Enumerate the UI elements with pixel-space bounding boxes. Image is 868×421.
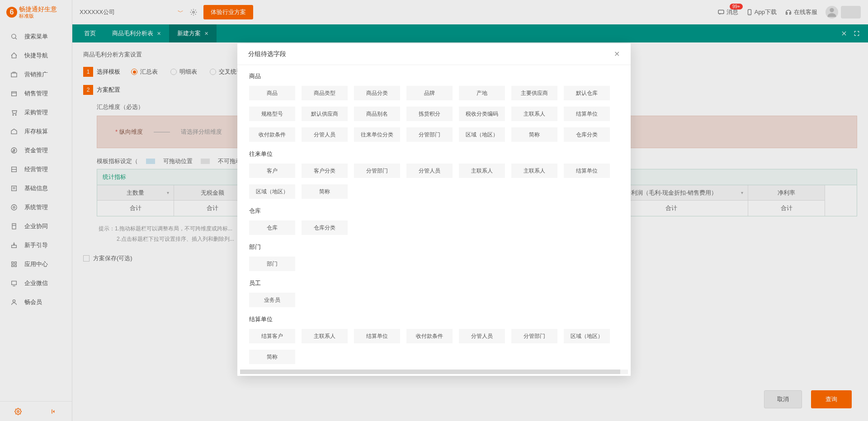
field-chip[interactable]: 商品类型 xyxy=(302,86,348,100)
field-chip[interactable]: 收付款条件 xyxy=(249,127,295,142)
field-chip[interactable]: 默认供应商 xyxy=(302,107,348,121)
field-chip[interactable]: 商品 xyxy=(249,86,295,100)
field-chip[interactable]: 部门 xyxy=(249,257,295,271)
field-chip[interactable]: 分管人员 xyxy=(459,329,505,343)
field-group: 员工业务员 xyxy=(249,279,619,307)
field-chip[interactable]: 默认仓库 xyxy=(564,86,610,100)
field-chip[interactable]: 简称 xyxy=(302,184,348,199)
field-chip[interactable]: 结算单位 xyxy=(564,107,610,121)
field-chip[interactable]: 收付款条件 xyxy=(406,329,453,343)
field-group-title: 往来单位 xyxy=(249,150,619,158)
field-chip[interactable]: 分管部门 xyxy=(354,164,400,178)
field-chip[interactable]: 拣货积分 xyxy=(406,107,453,121)
field-chip[interactable]: 税收分类编码 xyxy=(459,107,505,121)
field-chip[interactable]: 主联系人 xyxy=(511,164,557,178)
field-chip[interactable]: 仓库 xyxy=(249,220,295,235)
modal-horizontal-scrollbar[interactable] xyxy=(240,370,628,374)
field-chip[interactable]: 商品别名 xyxy=(354,107,400,121)
field-group: 往来单位客户客户分类分管部门分管人员主联系人主联系人结算单位区域（地区）简称 xyxy=(249,150,619,199)
field-chip[interactable]: 客户 xyxy=(249,164,295,178)
field-chip[interactable]: 简称 xyxy=(511,127,557,142)
modal-close-button[interactable]: ✕ xyxy=(614,50,620,58)
field-chip[interactable]: 分管部门 xyxy=(406,127,453,142)
field-chip[interactable]: 业务员 xyxy=(249,293,295,307)
field-chip[interactable]: 区域（地区） xyxy=(459,127,505,142)
field-chip[interactable]: 仓库分类 xyxy=(302,220,348,235)
field-chip[interactable]: 分管人员 xyxy=(302,127,348,142)
field-chip[interactable]: 仓库分类 xyxy=(564,127,610,142)
field-picker-modal: 分组待选字段 ✕ 商品商品商品类型商品分类品牌产地主要供应商默认仓库规格型号默认… xyxy=(237,43,631,376)
field-group-title: 仓库 xyxy=(249,207,619,215)
field-group: 商品商品商品类型商品分类品牌产地主要供应商默认仓库规格型号默认供应商商品别名拣货… xyxy=(249,72,619,142)
field-chip[interactable]: 结算单位 xyxy=(354,329,400,343)
field-chip[interactable]: 往来单位分类 xyxy=(354,127,400,142)
field-chip[interactable]: 结算单位 xyxy=(564,164,610,178)
field-chip[interactable]: 分管人员 xyxy=(406,164,453,178)
modal-title: 分组待选字段 xyxy=(248,50,286,58)
field-chip[interactable]: 区域（地区） xyxy=(249,184,295,199)
field-group-title: 结算单位 xyxy=(249,315,619,323)
field-group-title: 商品 xyxy=(249,72,619,80)
field-group-title: 部门 xyxy=(249,243,619,251)
field-chip[interactable]: 客户分类 xyxy=(302,164,348,178)
field-chip[interactable]: 分管部门 xyxy=(511,329,557,343)
field-chip[interactable]: 主要供应商 xyxy=(511,86,557,100)
field-group: 结算单位结算客户主联系人结算单位收付款条件分管人员分管部门区域（地区）简称 xyxy=(249,315,619,364)
field-chip[interactable]: 区域（地区） xyxy=(564,329,610,343)
field-chip[interactable]: 产地 xyxy=(459,86,505,100)
field-group: 仓库仓库仓库分类 xyxy=(249,207,619,235)
field-chip[interactable]: 主联系人 xyxy=(511,107,557,121)
field-chip[interactable]: 简称 xyxy=(249,350,295,364)
field-chip[interactable]: 主联系人 xyxy=(302,329,348,343)
field-chip[interactable]: 结算客户 xyxy=(249,329,295,343)
field-group-title: 员工 xyxy=(249,279,619,287)
field-chip[interactable]: 品牌 xyxy=(406,86,453,100)
field-chip[interactable]: 主联系人 xyxy=(459,164,505,178)
field-chip[interactable]: 商品分类 xyxy=(354,86,400,100)
field-group: 部门部门 xyxy=(249,243,619,271)
modal-mask: 分组待选字段 ✕ 商品商品商品类型商品分类品牌产地主要供应商默认仓库规格型号默认… xyxy=(0,0,868,421)
field-chip[interactable]: 规格型号 xyxy=(249,107,295,121)
